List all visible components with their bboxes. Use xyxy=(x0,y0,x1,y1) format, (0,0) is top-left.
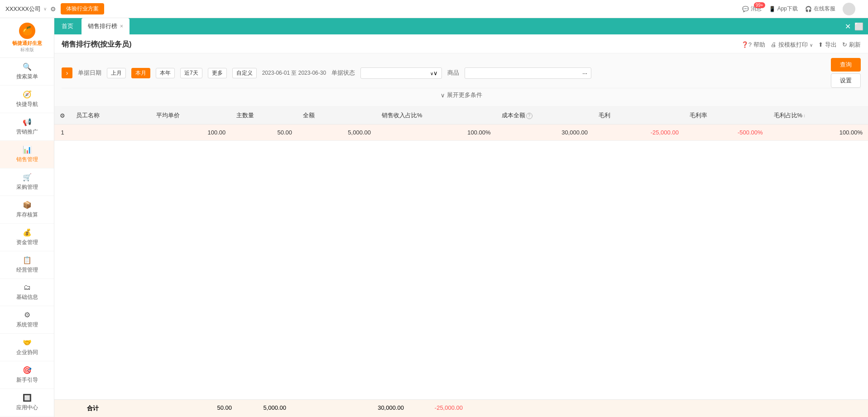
table-container: ⚙ 员工名称 平均单价 主数量 全额 销售收入占比% 成本全额? 毛利 毛利率 xyxy=(54,107,868,253)
sidebar-label-purchase: 采购管理 xyxy=(16,183,38,191)
tab-home[interactable]: 首页 xyxy=(54,18,81,34)
tab-right-actions: ✕ ⬜ xyxy=(845,22,868,31)
company-chevron-icon xyxy=(43,6,47,11)
col-sales-pct: 销售收入占比% xyxy=(376,107,496,125)
last7days-button[interactable]: 近7天 xyxy=(180,68,202,78)
sidebar-item-mkt[interactable]: 营销推广 xyxy=(0,113,54,141)
nav-icon xyxy=(23,90,32,99)
refresh-button[interactable]: 刷新 xyxy=(842,41,861,49)
cell-gross-pct: 100.00% xyxy=(768,125,868,141)
app-download-button[interactable]: App下载 xyxy=(769,5,798,13)
gross-pct-sort-icon[interactable]: ↕ xyxy=(803,113,806,118)
query-button[interactable]: 查询 xyxy=(831,58,861,72)
logo-icon: 🍊 xyxy=(19,23,35,39)
company-selector[interactable]: XXXXXX公司 xyxy=(5,5,47,13)
col-total-amt: 全额 xyxy=(297,107,376,125)
sidebar-label-system: 系统管理 xyxy=(16,321,38,329)
tab-label: 销售排行榜 xyxy=(88,22,117,30)
page-content: 销售排行榜(按业务员) ? 帮助 按模板打印 导出 xyxy=(54,34,868,417)
cost-info-icon[interactable]: ? xyxy=(526,113,532,119)
cell-total-amt: 5,000.00 xyxy=(297,125,376,141)
goods-select[interactable]: ··· xyxy=(465,67,591,79)
this-month-button[interactable]: 本月 xyxy=(131,68,150,78)
logo-title: 畅捷通好生意 xyxy=(12,40,42,47)
page-header: 销售排行榜(按业务员) ? 帮助 按模板打印 导出 xyxy=(54,34,868,53)
this-year-button[interactable]: 本年 xyxy=(156,68,175,78)
inventory-icon xyxy=(23,201,32,209)
tab-close-icon[interactable]: × xyxy=(120,23,123,29)
sidebar-label-appcenter: 应用中心 xyxy=(16,404,38,412)
message-button[interactable]: 消息 99+ xyxy=(742,5,762,13)
sidebar-item-finance[interactable]: 资金管理 xyxy=(0,224,54,251)
collab-icon xyxy=(23,338,32,347)
filter-toggle-button[interactable]: › xyxy=(62,67,72,78)
sidebar-label-nav: 快捷导航 xyxy=(16,101,38,108)
settings-button[interactable]: 设置 xyxy=(831,73,861,88)
sidebar-label-collab: 企业协同 xyxy=(16,349,38,356)
last-month-button[interactable]: 上月 xyxy=(107,68,126,78)
table-row: 1 100.00 50.00 5,000.00 100.00% 30,000.0… xyxy=(54,125,868,141)
col-main-qty: 主数量 xyxy=(231,107,297,125)
custom-date-button[interactable]: 自定义 xyxy=(232,68,257,78)
sidebar-item-sales[interactable]: 销售管理 xyxy=(0,141,54,168)
online-service-button[interactable]: 在线客服 xyxy=(805,5,835,13)
expand-conditions-button[interactable]: ∨ 展开更多条件 xyxy=(62,88,861,102)
footer-gross-pct xyxy=(508,404,553,412)
cell-gross-rate: -500.00% xyxy=(684,125,768,141)
goods-more-icon: ··· xyxy=(582,70,587,77)
avatar[interactable] xyxy=(843,3,855,15)
print-chevron-icon xyxy=(810,41,813,48)
export-button[interactable]: 导出 xyxy=(818,41,837,49)
sidebar-item-inventory[interactable]: 库存核算 xyxy=(0,196,54,224)
top-gear-icon[interactable] xyxy=(50,5,56,13)
more-date-button[interactable]: 更多 xyxy=(208,68,227,78)
footer-gross-profit: -25,000.00 xyxy=(404,404,463,412)
filter-bar: › 单据日期 上月 本月 本年 近7天 更多 自定义 2023-06-01 至 … xyxy=(54,53,868,107)
sidebar-label-finance: 资金管理 xyxy=(16,239,38,246)
export-label: 导出 xyxy=(825,41,837,49)
trial-button[interactable]: 体验行业方案 xyxy=(61,3,104,14)
sidebar: 🍊 畅捷通好生意 标准版 搜索菜单 快捷导航 营销推广 销售管理 采购管理 库存… xyxy=(0,18,54,417)
appcenter-icon xyxy=(23,393,32,402)
company-name: XXXXXX公司 xyxy=(5,5,41,13)
sidebar-item-mgmt[interactable]: 经营管理 xyxy=(0,251,54,279)
sidebar-item-nav[interactable]: 快捷导航 xyxy=(0,86,54,113)
cell-sales-pct: 100.00% xyxy=(376,125,496,141)
message-icon xyxy=(742,6,749,12)
cell-gross-profit: -25,000.00 xyxy=(593,125,684,141)
tab-restore-icon[interactable]: ⬜ xyxy=(854,22,863,31)
footer-avg-price xyxy=(141,404,187,412)
help-button[interactable]: ? 帮助 xyxy=(741,41,765,49)
col-avg-price: 平均单价 xyxy=(151,107,231,125)
status-select[interactable]: ∨ xyxy=(360,67,442,79)
print-button[interactable]: 按模板打印 xyxy=(771,41,813,49)
sales-icon xyxy=(23,145,32,154)
col-gross-rate: 毛利率 xyxy=(684,107,768,125)
footer-main-qty: 50.00 xyxy=(187,404,232,412)
sidebar-logo: 🍊 畅捷通好生意 标准版 xyxy=(0,18,54,58)
logo-sub: 标准版 xyxy=(20,47,34,53)
tab-sales-ranking[interactable]: 销售排行榜 × xyxy=(82,18,129,34)
system-icon xyxy=(24,311,30,319)
sidebar-item-collab[interactable]: 企业协同 xyxy=(0,334,54,361)
page-title: 销售排行榜(按业务员) xyxy=(62,40,132,49)
sidebar-item-search[interactable]: 搜索菜单 xyxy=(0,58,54,86)
sidebar-item-appcenter[interactable]: 应用中心 xyxy=(0,389,54,417)
sidebar-item-base[interactable]: 基础信息 xyxy=(0,279,54,306)
sidebar-item-system[interactable]: 系统管理 xyxy=(0,306,54,334)
mkt-icon xyxy=(23,118,32,126)
sidebar-item-purchase[interactable]: 采购管理 xyxy=(0,168,54,196)
cell-name xyxy=(71,125,151,141)
app-icon xyxy=(769,6,776,12)
sidebar-label-mgmt: 经营管理 xyxy=(16,266,38,274)
sidebar-label-search: 搜索菜单 xyxy=(16,73,38,81)
status-chevron-icon: ∨ xyxy=(430,70,438,77)
footer-label: 合计 xyxy=(87,404,141,412)
tab-close-window-icon[interactable]: ✕ xyxy=(845,22,851,31)
print-label: 按模板打印 xyxy=(778,41,808,49)
cell-main-qty: 50.00 xyxy=(231,125,297,141)
sidebar-item-guide[interactable]: 新手引导 xyxy=(0,361,54,389)
table-footer: 合计 50.00 5,000.00 30,000.00 -25,000.00 xyxy=(54,399,868,417)
col-settings[interactable]: ⚙ xyxy=(54,107,71,125)
date-range-display: 2023-06-01 至 2023-06-30 xyxy=(262,69,326,77)
